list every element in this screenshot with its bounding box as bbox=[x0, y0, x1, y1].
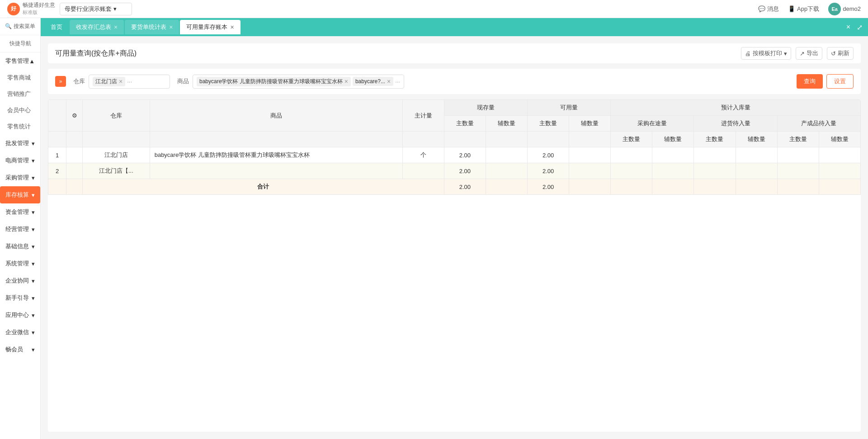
sidebar-group-apps-header[interactable]: 应用中心 ▾ bbox=[0, 307, 40, 324]
industry-select[interactable]: 母婴行业演示账套 ▾ bbox=[60, 3, 132, 15]
warehouse-filter-label: 仓库 bbox=[73, 77, 85, 85]
product-tag-1-remove[interactable]: × bbox=[344, 78, 348, 85]
tab-close-3[interactable]: × bbox=[230, 24, 234, 30]
sidebar-group-retail-header[interactable]: 零售管理 ▲ bbox=[0, 52, 40, 70]
footer-current-aux bbox=[486, 179, 527, 195]
footer-available-main: 2.00 bbox=[528, 179, 569, 195]
sidebar-group-guide: 新手引导 ▾ bbox=[0, 289, 40, 307]
search-label: 搜索菜单 bbox=[14, 23, 35, 29]
logo-icon: 好 bbox=[7, 3, 20, 15]
refresh-btn[interactable]: ↺ 刷新 bbox=[827, 47, 854, 60]
sidebar-group-system-header[interactable]: 系统管理 ▾ bbox=[0, 255, 40, 272]
cell-purchase-main-2 bbox=[611, 163, 652, 179]
th-warehouse: 仓库 bbox=[83, 100, 150, 132]
logo-text: 畅捷通好生意 bbox=[23, 2, 55, 9]
footer-current-main: 2.00 bbox=[444, 179, 486, 195]
cell-goods-aux-1 bbox=[736, 147, 777, 163]
chevron-up-icon: ▲ bbox=[29, 58, 35, 65]
warehouse-tag-remove[interactable]: × bbox=[119, 78, 123, 85]
chevron-down-icon2: ▾ bbox=[32, 157, 35, 164]
th-main-unit: 主计量 bbox=[402, 100, 444, 132]
footer-goods-main bbox=[694, 179, 736, 195]
sidebar-group-finance: 资金管理 ▾ bbox=[0, 203, 40, 221]
footer-purchase-main bbox=[611, 179, 652, 195]
message-btn[interactable]: 💬 消息 bbox=[758, 5, 779, 13]
settings-button[interactable]: 设置 bbox=[826, 74, 854, 89]
query-button[interactable]: 查询 bbox=[797, 74, 823, 89]
sidebar-item-retail-stats[interactable]: 零售统计 bbox=[0, 118, 40, 135]
user-menu[interactable]: Ea demo2 bbox=[828, 3, 861, 15]
product-filter-group: 商品 babycare学饮杯 儿童防摔防撞吸管杯重力球吸嘴杯宝宝水杯 × bab… bbox=[177, 75, 404, 89]
sidebar-group-purchase: 采购管理 ▾ bbox=[0, 169, 40, 186]
cell-product-1: babycare学饮杯 儿童防摔防撞吸管杯重力球吸嘴杯宝宝水杯 bbox=[150, 147, 402, 163]
page-actions: 🖨 按模板打印 ▾ ↗ 导出 ↺ 刷新 bbox=[741, 47, 854, 60]
content-area: 首页 收发存汇总表 × 要货单统计表 × 可用量库存账本 × × ⤢ bbox=[41, 18, 868, 439]
sidebar-item-retail-mall[interactable]: 零售商城 bbox=[0, 70, 40, 86]
tab-income-summary[interactable]: 收发存汇总表 × bbox=[70, 20, 124, 34]
product-tag-2-remove[interactable]: × bbox=[387, 78, 391, 85]
product-filter-input[interactable]: babycare学饮杯 儿童防摔防撞吸管杯重力球吸嘴杯宝宝水杯 × babyca… bbox=[193, 75, 404, 89]
sidebar-group-guide-label: 新手引导 bbox=[5, 294, 29, 302]
tab-expand-btn[interactable]: ⤢ bbox=[855, 21, 864, 33]
th-purchase-aux: 辅数量 bbox=[652, 132, 694, 147]
tab-home-label: 首页 bbox=[51, 23, 62, 31]
print-icon: 🖨 bbox=[745, 50, 751, 57]
sidebar-search[interactable]: 🔍 搜索菜单 bbox=[0, 18, 40, 35]
warehouse-tag-value: 江北门店 bbox=[95, 78, 117, 85]
export-icon: ↗ bbox=[800, 50, 805, 57]
product-tag-1: babycare学饮杯 儿童防摔防撞吸管杯重力球吸嘴杯宝宝水杯 × bbox=[197, 77, 351, 86]
sidebar-quick-nav[interactable]: 快捷导航 bbox=[0, 35, 40, 52]
th-prod-aux: 辅数量 bbox=[819, 132, 860, 147]
app-download-btn[interactable]: 📱 App下载 bbox=[788, 5, 819, 13]
tab-available-inventory[interactable]: 可用量库存账本 × bbox=[180, 20, 240, 34]
table-container: ⚙ 仓库 商品 主计量 现存量 可用量 预计入库量 主数量 辅数量 主数量 bbox=[48, 99, 861, 432]
page-title: 可用量查询(按仓库+商品) bbox=[55, 49, 137, 58]
th-blank2 bbox=[66, 132, 83, 147]
sidebar-group-wholesale-header[interactable]: 批发管理 ▾ bbox=[0, 135, 40, 152]
tab-home[interactable]: 首页 bbox=[44, 20, 69, 34]
footer-purchase-aux bbox=[652, 179, 694, 195]
th-blank7 bbox=[486, 132, 527, 147]
print-btn[interactable]: 🖨 按模板打印 ▾ bbox=[741, 47, 791, 60]
sidebar-group-finance-header[interactable]: 资金管理 ▾ bbox=[0, 203, 40, 221]
tab-close-1[interactable]: × bbox=[114, 24, 118, 30]
sidebar-group-vip-header[interactable]: 畅会员 ▾ bbox=[0, 341, 40, 358]
export-btn[interactable]: ↗ 导出 bbox=[796, 47, 822, 60]
sidebar-group-retail-label: 零售管理 bbox=[5, 57, 29, 65]
chevron-down-icon9: ▾ bbox=[32, 278, 35, 284]
th-products-pending: 产成品待入量 bbox=[777, 116, 860, 132]
sidebar-group-guide-header[interactable]: 新手引导 ▾ bbox=[0, 289, 40, 307]
sidebar-group-collab-header[interactable]: 企业协同 ▾ bbox=[0, 272, 40, 289]
th-purchase-main: 主数量 bbox=[611, 132, 652, 147]
export-label: 导出 bbox=[807, 49, 818, 57]
cell-goods-main-1 bbox=[694, 147, 736, 163]
sidebar-group-basic-header[interactable]: 基础信息 ▾ bbox=[0, 238, 40, 255]
tab-close-btn[interactable]: × bbox=[844, 21, 852, 33]
tab-income-summary-label: 收发存汇总表 bbox=[76, 23, 111, 31]
filter-actions: 查询 设置 bbox=[797, 74, 854, 89]
filter-expand-btn[interactable]: » bbox=[55, 76, 66, 87]
warehouse-filter-input[interactable]: 江北门店 × ··· bbox=[89, 75, 170, 89]
sidebar-group-inventory: 库存核算 ▾ bbox=[0, 186, 40, 203]
sidebar-item-members[interactable]: 会员中心 bbox=[0, 102, 40, 118]
product-more-icon[interactable]: ··· bbox=[395, 78, 400, 85]
app-label: App下载 bbox=[797, 5, 819, 13]
tab-close-2[interactable]: × bbox=[169, 24, 173, 30]
sidebar-group-ecommerce-header[interactable]: 电商管理 ▾ bbox=[0, 152, 40, 169]
th-expected-in: 预计入库量 bbox=[611, 100, 861, 116]
warehouse-filter-group: 仓库 江北门店 × ··· bbox=[73, 75, 170, 89]
warehouse-more-icon[interactable]: ··· bbox=[127, 78, 132, 85]
sidebar-group-wechat-header[interactable]: 企业微信 ▾ bbox=[0, 324, 40, 341]
sidebar-group-ecommerce: 电商管理 ▾ bbox=[0, 152, 40, 169]
sidebar-group-collab-label: 企业协同 bbox=[5, 277, 29, 285]
avatar-text: Ea bbox=[832, 6, 838, 12]
sidebar-item-marketing[interactable]: 营销推广 bbox=[0, 86, 40, 102]
sidebar-group-purchase-header[interactable]: 采购管理 ▾ bbox=[0, 169, 40, 186]
tab-order-stats[interactable]: 要货单统计表 × bbox=[125, 20, 179, 34]
cell-available-aux-2 bbox=[569, 163, 611, 179]
cell-purchase-main-1 bbox=[611, 147, 652, 163]
sidebar-group-inventory-header[interactable]: 库存核算 ▾ bbox=[0, 186, 40, 203]
sidebar-group-operations-header[interactable]: 经营管理 ▾ bbox=[0, 221, 40, 238]
logo-text-block: 畅捷通好生意 标准版 bbox=[23, 2, 55, 16]
chevron-down-icon4: ▾ bbox=[32, 192, 35, 198]
